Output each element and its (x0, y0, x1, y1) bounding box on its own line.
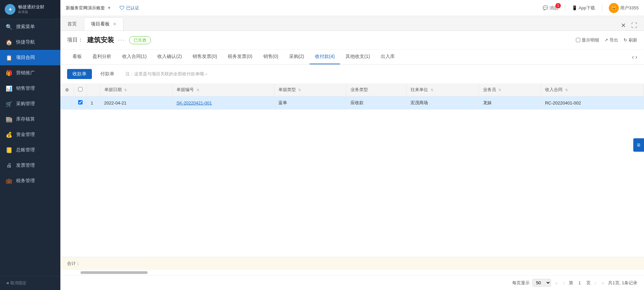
refresh-button[interactable]: ↻ 刷新 (624, 37, 637, 43)
maximize-window-button[interactable]: ⛶ (630, 21, 639, 30)
more-icon[interactable]: ··· (118, 37, 125, 44)
inner-tab-receipt[interactable]: 收款单 (67, 69, 92, 79)
sidebar-item-label: 总账管理 (16, 147, 35, 153)
topbar: 新服务官网演示账套 ▼ 🛡 已认证 💬 消息 1 📱 App下载 🐱 用户335… (60, 0, 644, 16)
topbar-account[interactable]: 新服务官网演示账套 ▼ (66, 5, 111, 11)
project-label: 项目： (67, 37, 83, 44)
sidebar-item-invoice[interactable]: 🖨 发票管理 (0, 158, 60, 173)
sales-icon: 📊 (5, 85, 13, 92)
export-button[interactable]: ↗ 导出 (604, 37, 618, 43)
sidebar-item-marketing[interactable]: 🎁 营销推广 (0, 65, 60, 81)
message-button[interactable]: 💬 消息 1 (543, 5, 558, 11)
sidebar-item-ledger[interactable]: 📒 总账管理 (0, 142, 60, 158)
subtab-prev-button[interactable]: ‹ (632, 54, 634, 61)
row-date: 2022-04-21 (100, 96, 172, 110)
subtab-kanban[interactable]: 看板 (67, 50, 87, 64)
sidebar-item-label: 项目合同 (16, 55, 35, 61)
page-label: 第 (569, 280, 573, 286)
sidebar-item-purchase[interactable]: 🛒 采购管理 (0, 96, 60, 112)
floating-panel-button[interactable]: ≡ (633, 138, 644, 152)
salesman-column-label: 业务员 (483, 87, 496, 92)
pagination-prev-button[interactable]: ‹ (562, 280, 566, 286)
per-page-select[interactable]: 50 10 20 100 (532, 279, 551, 287)
tab-close-icon[interactable]: ✕ (113, 22, 116, 26)
subtab-sales[interactable]: 销售(0) (258, 50, 284, 64)
close-window-button[interactable]: ✕ (620, 20, 627, 30)
subtab-other-expense[interactable]: 其他收支(1) (340, 50, 375, 64)
tab-home[interactable]: 首页 (60, 17, 84, 30)
date-column-header[interactable]: 单据日期 ⇅ (100, 83, 172, 96)
inventory-icon: 🏬 (5, 116, 13, 123)
sidebar-item-inventory[interactable]: 🏬 库存核算 (0, 112, 60, 127)
subtab-nav: ‹ › (632, 54, 637, 61)
pagination-last-button[interactable]: » (600, 280, 606, 286)
subtab-next-button[interactable]: › (635, 54, 637, 61)
number-column-header[interactable]: 单据编号 ⇅ (172, 83, 274, 96)
pagination-next-button[interactable]: › (593, 280, 598, 286)
subtab-payment[interactable]: 收付款(4) (310, 50, 340, 64)
biz-type-column-header: 业务类型 (346, 83, 407, 96)
row-partner: 宏茂商场 (407, 96, 479, 110)
horizontal-scrollbar[interactable] (80, 271, 148, 274)
show-detail-checkbox[interactable] (576, 38, 580, 42)
project-icon: 📋 (5, 54, 13, 61)
sort-icon: ⇅ (124, 88, 127, 92)
per-page-label: 每页显示 (512, 280, 530, 286)
sidebar-item-search[interactable]: 🔍 搜索菜单 (0, 19, 60, 34)
row-gear (60, 96, 74, 110)
sidebar-unpin[interactable]: ◄ 取消固定 (0, 276, 60, 290)
salesman-column-header[interactable]: 业务员 ⇅ (479, 83, 541, 96)
date-column-label: 单据日期 (104, 87, 122, 92)
finance-icon: 💰 (5, 131, 13, 138)
biz-type-column-label: 业务类型 (351, 87, 368, 92)
select-all-checkbox[interactable] (78, 87, 83, 91)
tab-home-label: 首页 (67, 21, 77, 26)
sidebar-item-label: 税务管理 (16, 178, 35, 184)
row-select-checkbox[interactable] (78, 100, 83, 104)
row-salesman: 龙妹 (479, 96, 541, 110)
number-column-label: 单据编号 (176, 87, 194, 92)
sidebar-item-project[interactable]: 📋 项目合同 (0, 50, 60, 65)
app-download-button[interactable]: 📱 App下载 (572, 5, 595, 11)
pagination-first-button[interactable]: « (554, 280, 559, 286)
table-note: 注：这里是与项目关联的全部收付款单哦～ (125, 71, 208, 77)
sidebar-item-label: 发票管理 (16, 162, 35, 168)
row-number[interactable]: SK-20220421-001 (172, 96, 274, 110)
phone-icon: 📱 (572, 5, 577, 10)
subtab-income-confirm[interactable]: 收入确认(2) (152, 50, 187, 64)
tab-project-board[interactable]: 项目看板 ✕ (84, 17, 123, 30)
sidebar-item-sales[interactable]: 📊 销售管理 (0, 81, 60, 96)
show-detail-toggle[interactable]: 显示明细 (576, 37, 599, 43)
sidebar-item-tax[interactable]: 💼 税务管理 (0, 173, 60, 189)
row-number-link[interactable]: SK-20220421-001 (176, 100, 212, 105)
type-column-header[interactable]: 单据类型 ⇅ (274, 83, 346, 96)
subtab-income-contract[interactable]: 收入合同(1) (117, 50, 152, 64)
sort-icon: ⇅ (431, 88, 433, 92)
subtab-inout[interactable]: 出入库 (375, 50, 400, 64)
inner-tab-payment[interactable]: 付款单 (95, 69, 120, 79)
home-icon: 🏠 (5, 39, 13, 46)
sidebar-logo: ✦ 畅捷通好业财 标准版 (0, 0, 60, 19)
subtab-sales-invoice[interactable]: 销售发票(0) (187, 50, 222, 64)
export-label: 导出 (609, 37, 618, 43)
sidebar-item-finance[interactable]: 💰 资金管理 (0, 127, 60, 142)
partner-column-header[interactable]: 往来单位 ⇅ (407, 83, 479, 96)
tabbar: 首页 项目看板 ✕ ✕ ⛶ (60, 16, 644, 31)
ledger-icon: 📒 (5, 146, 13, 154)
sidebar-item-quick[interactable]: 🏠 快捷导航 (0, 34, 60, 50)
sidebar-item-label: 资金管理 (16, 132, 35, 138)
table-container: ⚙ 单据日期 ⇅ 单据编号 ⇅ (60, 83, 644, 257)
current-page: 1 (576, 280, 584, 286)
pagination: 每页显示 50 10 20 100 « ‹ 第 1 页 › » 共1页, 1条记… (60, 275, 644, 290)
table-row[interactable]: 1 2022-04-21 SK-20220421-001 蓝单 应收款 宏茂商场… (60, 96, 644, 110)
app-download-label: App下载 (579, 5, 595, 11)
total-pages-label: 共1页, 1条记录 (608, 280, 637, 286)
row-checkbox[interactable] (74, 96, 87, 110)
gear-column-header[interactable]: ⚙ (60, 83, 74, 96)
subtab-tax-invoice[interactable]: 税务发票(0) (222, 50, 258, 64)
subtab-purchase[interactable]: 采购(2) (284, 50, 310, 64)
tax-icon: 💼 (5, 177, 13, 185)
subtab-profit[interactable]: 盈利分析 (87, 50, 117, 64)
income-contract-column-header[interactable]: 收入合同 ⇅ (541, 83, 644, 96)
user-button[interactable]: 🐱 用户3355 (609, 3, 639, 13)
